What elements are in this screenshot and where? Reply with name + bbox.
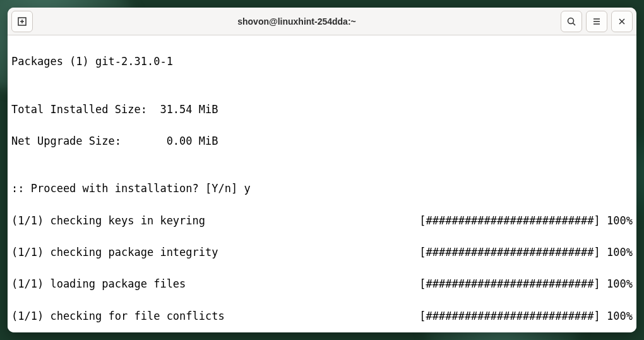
new-tab-button[interactable] [11, 11, 33, 32]
close-icon [617, 16, 627, 27]
menu-button[interactable] [586, 11, 607, 32]
progress-row: (1/1) checking keys in keyring[#########… [11, 213, 633, 229]
close-button[interactable] [611, 11, 633, 32]
progress-label: (1/1) loading package files [11, 276, 186, 292]
svg-line-4 [573, 23, 576, 25]
progress-row: (1/1) checking for file conflicts[######… [11, 308, 633, 324]
progress-bar: [##########################] 100% [419, 308, 633, 324]
progress-bar: [##########################] 100% [419, 245, 633, 260]
progress-row: (1/1) checking package integrity[#######… [11, 245, 633, 260]
terminal-output[interactable]: Packages (1) git-2.31.0-1 Total Installe… [8, 35, 636, 332]
progress-label: (1/1) checking for file conflicts [11, 308, 225, 324]
terminal-window: shovon@linuxhint-254dda:~ Packages (1) g… [8, 8, 636, 332]
output-line: Net Upgrade Size: 0.00 MiB [11, 133, 633, 149]
output-line: Packages (1) git-2.31.0-1 [11, 54, 633, 70]
progress-label: (1/1) checking keys in keyring [11, 213, 205, 229]
svg-point-3 [568, 18, 574, 23]
output-line: Total Installed Size: 31.54 MiB [11, 102, 633, 118]
titlebar: shovon@linuxhint-254dda:~ [8, 8, 636, 35]
progress-label: (1/1) checking package integrity [11, 245, 218, 260]
search-icon [566, 16, 576, 27]
output-line: :: Proceed with installation? [Y/n] y [11, 181, 633, 197]
search-button[interactable] [561, 11, 582, 32]
new-tab-icon [17, 16, 27, 27]
progress-bar: [##########################] 100% [419, 213, 633, 229]
window-title: shovon@linuxhint-254dda:~ [33, 16, 561, 27]
progress-row: (1/1) loading package files[############… [11, 276, 633, 292]
hamburger-icon [592, 16, 602, 27]
progress-bar: [##########################] 100% [419, 276, 633, 292]
